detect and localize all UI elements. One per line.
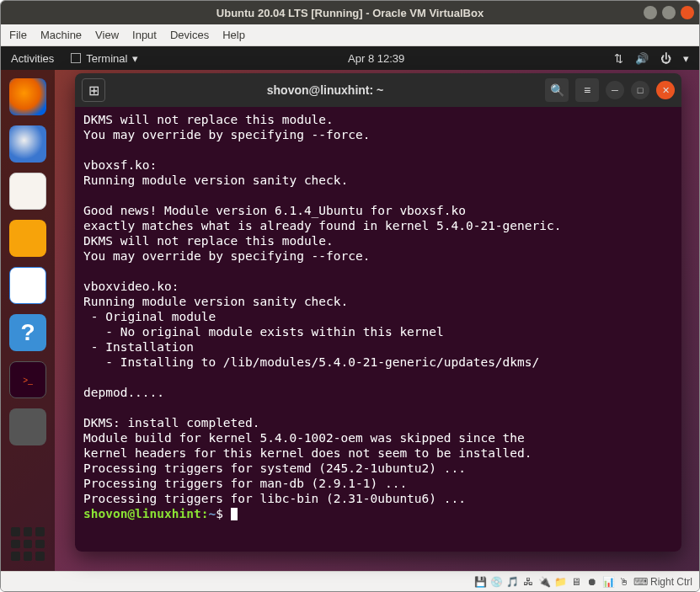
firefox-icon[interactable] — [9, 78, 46, 115]
close-button[interactable]: ✕ — [656, 81, 675, 99]
dock: ? >_ — [1, 70, 55, 571]
search-button[interactable]: 🔍 — [545, 78, 569, 102]
vbox-title-text: Ubuntu 20.04 LTS [Running] - Oracle VM V… — [216, 7, 484, 19]
minimize-button[interactable]: ─ — [606, 81, 624, 99]
vbox-menu-view[interactable]: View — [95, 29, 119, 41]
activities-button[interactable]: Activities — [11, 52, 54, 65]
host-key-label[interactable]: Right Ctrl — [650, 576, 692, 588]
maximize-button[interactable]: □ — [631, 81, 649, 99]
mouse-integration-icon[interactable]: 🖱 — [618, 575, 631, 588]
vbox-maximize-button[interactable] — [662, 6, 676, 19]
vbox-minimize-button[interactable] — [644, 6, 657, 19]
settings-icon[interactable] — [9, 408, 46, 445]
network-status-icon[interactable]: 🖧 — [522, 575, 535, 588]
recording-icon[interactable]: ⏺ — [586, 575, 599, 588]
optical-icon[interactable]: 💿 — [490, 575, 503, 588]
new-tab-button[interactable]: ⊞ — [82, 78, 105, 102]
keyboard-icon[interactable]: ⌨ — [634, 575, 647, 588]
gnome-topbar: Activities Terminal ▾ Apr 8 12:39 ⇅ 🔊 ⏻ … — [1, 46, 699, 70]
virtualbox-window: Ubuntu 20.04 LTS [Running] - Oracle VM V… — [0, 0, 700, 592]
vbox-menubar: File Machine View Input Devices Help — [1, 24, 699, 46]
vbox-close-button[interactable] — [681, 6, 694, 19]
topbar-app-menu[interactable]: Terminal ▾ — [71, 52, 138, 65]
vbox-menu-file[interactable]: File — [9, 29, 27, 41]
show-applications-button[interactable] — [11, 527, 45, 561]
network-icon[interactable]: ⇅ — [614, 52, 623, 65]
volume-icon[interactable]: 🔊 — [635, 52, 649, 65]
vbox-menu-input[interactable]: Input — [132, 29, 157, 41]
vbox-menu-help[interactable]: Help — [222, 29, 245, 41]
usb-icon[interactable]: 🔌 — [538, 575, 551, 588]
display-icon[interactable]: 🖥 — [570, 575, 583, 588]
topbar-app-label: Terminal — [86, 52, 127, 65]
terminal-dock-icon[interactable]: >_ — [9, 361, 46, 398]
thunderbird-icon[interactable] — [9, 125, 46, 163]
harddisk-icon[interactable]: 💾 — [474, 575, 487, 588]
shared-folders-icon[interactable]: 📁 — [554, 575, 567, 588]
rhythmbox-icon[interactable] — [9, 220, 46, 257]
vbox-statusbar: 💾 💿 🎵 🖧 🔌 📁 🖥 ⏺ 📊 🖱 ⌨ Right Ctrl — [1, 571, 699, 591]
terminal-output[interactable]: DKMS will not replace this module. You m… — [75, 107, 681, 552]
libreoffice-writer-icon[interactable] — [9, 267, 46, 304]
hamburger-menu-button[interactable]: ≡ — [575, 78, 599, 102]
vbox-titlebar[interactable]: Ubuntu 20.04 LTS [Running] - Oracle VM V… — [1, 1, 699, 24]
topbar-datetime[interactable]: Apr 8 12:39 — [348, 52, 404, 65]
terminal-icon — [71, 53, 81, 63]
chevron-down-icon: ▾ — [132, 52, 138, 65]
desktop-body: ? >_ ⊞ shovon@linuxhint: ~ 🔍 ≡ ─ □ ✕ — [1, 70, 699, 571]
ubuntu-desktop: Activities Terminal ▾ Apr 8 12:39 ⇅ 🔊 ⏻ … — [1, 46, 699, 571]
cpu-icon[interactable]: 📊 — [602, 575, 615, 588]
terminal-window: ⊞ shovon@linuxhint: ~ 🔍 ≡ ─ □ ✕ DKMS wil… — [75, 73, 681, 552]
files-icon[interactable] — [9, 173, 46, 210]
help-icon[interactable]: ? — [9, 314, 46, 351]
terminal-title: shovon@linuxhint: ~ — [112, 83, 538, 97]
chevron-down-icon[interactable]: ▾ — [683, 52, 689, 65]
audio-icon[interactable]: 🎵 — [506, 575, 519, 588]
vbox-menu-machine[interactable]: Machine — [40, 29, 82, 41]
terminal-headerbar[interactable]: ⊞ shovon@linuxhint: ~ 🔍 ≡ ─ □ ✕ — [75, 73, 681, 107]
power-icon[interactable]: ⏻ — [660, 52, 671, 65]
vbox-menu-devices[interactable]: Devices — [170, 29, 209, 41]
